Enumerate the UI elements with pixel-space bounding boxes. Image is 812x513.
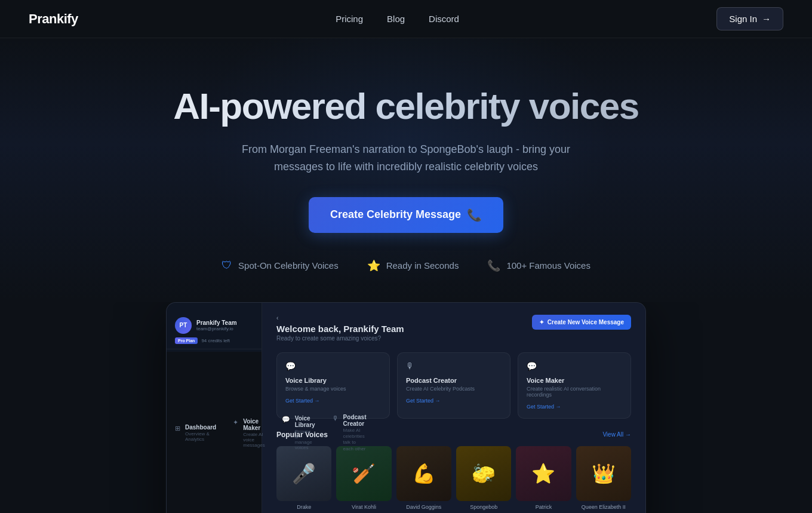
back-arrow[interactable]: ‹ <box>276 315 404 321</box>
nav-link-blog[interactable]: Blog <box>387 14 405 24</box>
card-voice-maker-link[interactable]: Get Started → <box>527 404 622 410</box>
voice-thumb-patrick: ⭐ <box>516 446 571 501</box>
sidebar-item-voice-library[interactable]: 💬 Voice Library Browse & manage voices <box>273 411 324 454</box>
voice-card-spongebob[interactable]: 🧽 Spongebob <box>456 446 511 510</box>
card-podcast-creator[interactable]: 🎙 Podcast Creator Create AI Celebrity Po… <box>397 352 510 419</box>
voice-name-spongebob: Spongebob <box>456 504 511 510</box>
voice-name-queen: Queen Elizabeth II <box>576 504 631 510</box>
dashboard-icon: ⊞ <box>175 425 180 432</box>
avatar: PT <box>175 317 192 334</box>
sidebar-item-dashboard[interactable]: ⊞ Dashboard Overview & Analytics <box>167 420 224 446</box>
sidebar-item-voice-maker[interactable]: ✦ Voice Maker Create AI voice messages <box>224 414 273 452</box>
voice-name-patrick: Patrick <box>516 504 571 510</box>
sidebar-voice-library-title: Voice Library <box>295 415 315 428</box>
hero-section: AI-powered celebrity voices From Morgan … <box>0 38 812 302</box>
card-voice-maker-title: Voice Maker <box>527 377 622 384</box>
voice-name-virat: Virat Kohli <box>336 504 391 510</box>
voice-thumb-spongebob: 🧽 <box>456 446 511 501</box>
feature-voices: 📞 100+ Famous Voices <box>487 259 590 272</box>
cards-row: 💬 Voice Library Browse & manage voices G… <box>276 352 631 419</box>
back-chevron: ‹ <box>276 315 278 321</box>
feature-spot-on-label: Spot-On Celebrity Voices <box>238 260 339 271</box>
sidebar-voice-library-sub: Browse & manage voices <box>295 429 315 450</box>
feature-spot-on: 🛡 Spot-On Celebrity Voices <box>222 259 339 272</box>
signin-button[interactable]: Sign In → <box>716 7 783 30</box>
preview-window: PT Prankify Team team@prankify.io Pro Pl… <box>166 302 646 513</box>
hero-cta-label: Create Celebrity Message <box>330 208 461 221</box>
feature-ready-label: Ready in Seconds <box>386 260 459 271</box>
voice-card-goggins[interactable]: 💪 David Goggins <box>396 446 451 510</box>
shield-icon: 🛡 <box>222 259 232 272</box>
card-podcast-icon: 🎙 <box>406 361 502 371</box>
voice-name-drake: Drake <box>276 504 331 510</box>
hero-title: AI-powered celebrity voices <box>29 86 783 127</box>
header-left: ‹ Welcome back, Prankify Team Ready to c… <box>276 315 404 342</box>
preview-header: ‹ Welcome back, Prankify Team Ready to c… <box>276 315 631 342</box>
pro-badge: Pro Plan <box>175 337 198 344</box>
sidebar-dashboard-sub: Overview & Analytics <box>185 431 216 442</box>
nav-link-discord[interactable]: Discord <box>429 14 459 24</box>
navbar: Prankify Pricing Blog Discord Sign In → <box>0 0 812 38</box>
phone-icon: 📞 <box>487 259 500 272</box>
sidebar-dashboard-title: Dashboard <box>185 424 216 431</box>
card-podcast-title: Podcast Creator <box>406 377 502 384</box>
signin-arrow: → <box>762 14 771 24</box>
podcast-icon: 🎙 <box>332 414 339 422</box>
sidebar: PT Prankify Team team@prankify.io Pro Pl… <box>167 303 262 513</box>
feature-voices-label: 100+ Famous Voices <box>506 260 590 271</box>
hero-cta-icon: 📞 <box>467 208 482 222</box>
card-voice-maker-icon: 💬 <box>527 361 622 371</box>
sidebar-podcast-title: Podcast Creator <box>343 414 367 427</box>
sidebar-email: team@prankify.io <box>196 326 253 331</box>
card-voice-maker-sub: Create realistic AI conversation recordi… <box>527 386 622 398</box>
hero-cta-button[interactable]: Create Celebrity Message 📞 <box>309 197 503 233</box>
nav-links: Pricing Blog Discord <box>336 14 459 24</box>
view-all-button[interactable]: View All → <box>602 431 631 438</box>
card-podcast-link[interactable]: Get Started → <box>406 398 502 404</box>
create-new-voice-button[interactable]: ✦ Create New Voice Message <box>532 315 631 330</box>
wand-icon: ✦ <box>539 319 544 325</box>
voice-maker-icon: ✦ <box>233 419 238 426</box>
preview-main: ‹ Welcome back, Prankify Team Ready to c… <box>262 303 645 513</box>
sidebar-voice-maker-title: Voice Maker <box>243 418 264 431</box>
sidebar-username: Prankify Team <box>196 320 253 326</box>
sidebar-nav: ⊞ Dashboard Overview & Analytics ✦ Voice… <box>167 352 262 513</box>
signin-label: Sign In <box>729 14 757 24</box>
nav-logo[interactable]: Prankify <box>29 11 78 27</box>
sidebar-voice-maker-sub: Create AI voice messages <box>243 432 264 448</box>
voice-name-goggins: David Goggins <box>396 504 451 510</box>
preview-section: PT Prankify Team team@prankify.io Pro Pl… <box>137 302 675 513</box>
sidebar-user-section: PT Prankify Team team@prankify.io Pro Pl… <box>167 312 262 349</box>
sidebar-item-podcast[interactable]: 🎙 Podcast Creator Make AI celebrities ta… <box>324 410 375 457</box>
feature-ready: ⭐ Ready in Seconds <box>367 259 459 272</box>
card-voice-library-title: Voice Library <box>285 377 381 384</box>
voice-card-patrick[interactable]: ⭐ Patrick <box>516 446 571 510</box>
voice-thumb-goggins: 💪 <box>396 446 451 501</box>
nav-link-pricing[interactable]: Pricing <box>336 14 363 24</box>
card-podcast-sub: Create AI Celebrity Podcasts <box>406 386 502 392</box>
create-btn-label: Create New Voice Message <box>548 319 624 325</box>
card-voice-library-sub: Browse & manage voices <box>285 386 381 392</box>
hero-subtitle: From Morgan Freeman's narration to Spong… <box>233 141 579 176</box>
voice-card-queen[interactable]: 👑 Queen Elizabeth II <box>576 446 631 510</box>
hero-features: 🛡 Spot-On Celebrity Voices ⭐ Ready in Se… <box>29 259 783 272</box>
star-icon: ⭐ <box>367 259 380 272</box>
voice-thumb-queen: 👑 <box>576 446 631 501</box>
sidebar-podcast-sub: Make AI celebrities talk to each other <box>343 428 367 453</box>
card-voice-library-icon: 💬 <box>285 361 381 371</box>
credits-text: 94 credits left <box>201 338 230 343</box>
card-voice-maker[interactable]: 💬 Voice Maker Create realistic AI conver… <box>518 352 631 419</box>
welcome-sub: Ready to create some amazing voices? <box>276 335 404 342</box>
voice-library-icon: 💬 <box>282 416 290 423</box>
card-voice-library[interactable]: 💬 Voice Library Browse & manage voices G… <box>276 352 390 419</box>
card-voice-library-link[interactable]: Get Started → <box>285 398 381 404</box>
welcome-title: Welcome back, Prankify Team <box>276 324 404 334</box>
